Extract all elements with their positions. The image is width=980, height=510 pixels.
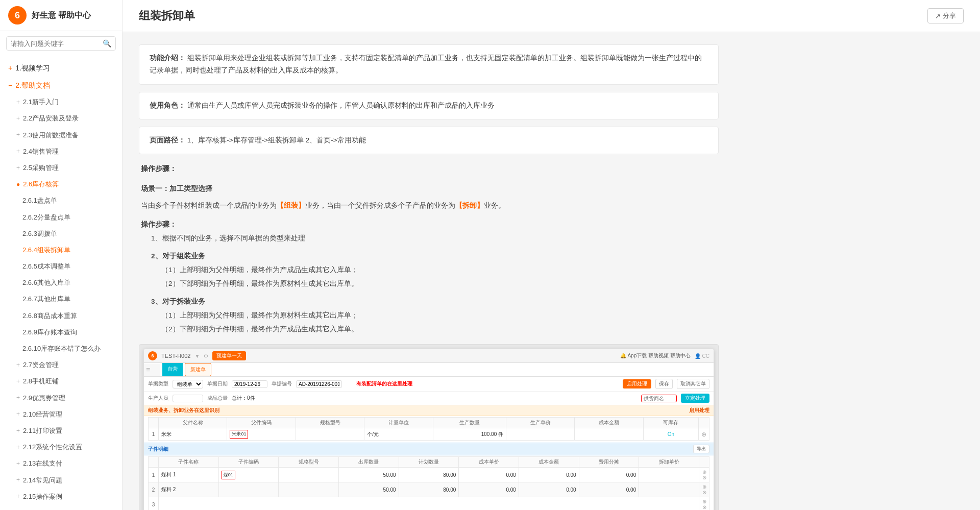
sidebar-item-label: 2.9优惠券管理 [23, 394, 65, 403]
sidebar-item-label: 2.6.10库存账本错了怎么办 [22, 344, 101, 353]
sidebar-item-cases[interactable]: + 2.15操作案例 [0, 489, 122, 505]
page-title: 组装拆卸单 [139, 8, 195, 23]
mini-logo: 6 [148, 351, 157, 360]
sidebar-item-label: 2.10经营管理 [23, 410, 62, 419]
mini-tab-new[interactable]: 新建单 [185, 363, 211, 376]
step2-1: （1）上部明细为父件明细，最终作为产成品生成其它入库单； [141, 263, 717, 277]
sidebar-item-print[interactable]: + 2.11打印设置 [0, 423, 122, 439]
mini-window-id: TEST-H002 [161, 353, 190, 359]
sidebar: 6 好生意 帮助中心 🔍 + 1.视频学习 − 2.帮助文档 + 2.1新手入门… [0, 0, 122, 510]
sidebar-item-personal[interactable]: + 2.12系统个性化设置 [0, 439, 122, 455]
mini-window: 6 TEST-H002 ▼ ⚙ 预建单一天 🔔 App下载 帮助视频 帮助中心 … [143, 349, 714, 510]
sidebar-item-other-in[interactable]: 2.6.6其他入库单 [0, 275, 122, 291]
mini-btn-orange[interactable]: 预建单一天 [212, 351, 246, 360]
sidebar-item-purchase[interactable]: + 2.5采购管理 [0, 160, 122, 176]
mini-confirm-btn[interactable]: 立定处理 [681, 394, 709, 403]
sidebar-item-split-count[interactable]: 2.6.2分量盘点单 [0, 209, 122, 226]
sidebar-item-label: 2.11打印设置 [23, 426, 62, 435]
sidebar-item-faq[interactable]: + 2.14常见问题 [0, 472, 122, 489]
step2-2: （2）下部明细为子件明细，最终作为原材料生成其它出库单。 [141, 277, 717, 290]
sidebar-item-label: 1.视频学习 [15, 63, 50, 74]
sidebar-header: 6 好生意 帮助中心 [0, 0, 122, 31]
mini-lower-section-header: 子件明细 导出 [144, 443, 714, 455]
share-button[interactable]: ↗ 分享 [927, 8, 964, 23]
intro-block: 功能介绍： 组装拆卸单用来处理企业组装或拆卸等加工业务，支持有固定装配清单的产品… [139, 44, 719, 85]
role-block: 使用角色： 通常由生产人员或库管人员完成拆装业务的操作，库管人员确认原材料的出库… [139, 92, 719, 119]
sidebar-item-stock-count[interactable]: 2.6.1盘点单 [0, 192, 122, 209]
role-text: 通常由生产人员或库管人员完成拆装业务的操作，库管人员确认原材料的出库和产成品的入… [187, 102, 495, 109]
sidebar-item-label: 2.6.3调拨单 [22, 229, 57, 238]
steps-content: 操作步骤： 场景一：加工类型选择 当由多个子件材料组装成一个成品的业务为【组装】… [139, 161, 719, 336]
sidebar-item-label: 2.6库存核算 [23, 180, 59, 189]
sidebar-item-label: 2.6.6其他入库单 [22, 278, 70, 287]
sidebar-item-label: 2.8手机旺铺 [23, 377, 59, 386]
app-title: 好生意 帮助中心 [32, 10, 91, 21]
sidebar-item-payment[interactable]: + 2.13在线支付 [0, 455, 122, 472]
main-content: 组装拆卸单 ↗ 分享 功能介绍： 组装拆卸单用来处理企业组装或拆卸等加工业务，支… [122, 0, 980, 510]
mini-tab-ziying[interactable]: 自营 [162, 363, 183, 376]
step3: 3、对于拆装业务 [141, 295, 717, 308]
search-icon[interactable]: 🔍 [103, 39, 111, 47]
step1: 1、根据不同的业务，选择不同单据的类型来处理 [141, 231, 717, 245]
mini-producer-input[interactable] [173, 395, 203, 402]
sidebar-item-data-prep[interactable]: + 2.3使用前数据准备 [0, 127, 122, 143]
sidebar-item-label: 2.6.1盘点单 [22, 196, 57, 205]
annotation-enabled: 启用处理 [689, 407, 709, 414]
sidebar-item-mobile[interactable]: + 2.8手机旺铺 [0, 373, 122, 390]
logo-icon: 6 [8, 6, 27, 25]
sidebar-item-assembly[interactable]: 2.6.4组装拆卸单 [0, 242, 122, 258]
mini-parent-code-cell: 米米01 [227, 428, 296, 441]
scene1-title: 场景一：加工类型选择 [141, 182, 717, 196]
sidebar-item-inventory[interactable]: ● 2.6库存核算 [0, 176, 122, 192]
sidebar-item-label: 2.6.4组装拆卸单 [22, 246, 70, 255]
mini-enable-btn[interactable]: 启用处理 [623, 379, 651, 388]
sidebar-item-label: 2.帮助文档 [15, 81, 50, 91]
sidebar-item-sales[interactable]: + 2.4销售管理 [0, 143, 122, 160]
sidebar-item-label: 2.13在线支付 [23, 459, 62, 468]
search-box[interactable]: 🔍 [6, 36, 116, 51]
mini-doc-type-select[interactable]: 组装单 拆卸单 [173, 380, 203, 388]
sidebar-item-label: 2.6.5成本调整单 [22, 262, 70, 271]
sidebar-item-account-err[interactable]: 2.6.10库存账本错了怎么办 [0, 341, 122, 357]
path-block: 页面路径： 1、库存核算->库存管理->组装拆卸单 2、首页->常用功能 [139, 127, 719, 154]
sidebar-item-capital[interactable]: + 2.7资金管理 [0, 357, 122, 373]
sidebar-item-adjust[interactable]: 2.6.3调拨单 [0, 226, 122, 242]
path-text: 1、库存核算->库存管理->组装拆卸单 2、首页->常用功能 [187, 136, 366, 144]
step3-1: （1）上部明细为父件明细，最终作为原材料生成其它出库单； [141, 308, 717, 322]
sidebar-item-label: 2.2产品安装及登录 [23, 114, 79, 123]
sidebar-item-newbie[interactable]: + 2.1新手入门 [0, 94, 122, 110]
screenshot-preview: 6 TEST-H002 ▼ ⚙ 预建单一天 🔔 App下载 帮助视频 帮助中心 … [139, 344, 719, 510]
sidebar-item-docs[interactable]: − 2.帮助文档 [0, 77, 122, 94]
sidebar-item-video[interactable]: + 1.视频学习 [0, 60, 122, 77]
intro-label: 功能介绍： [150, 54, 185, 62]
mini-doc-num-input[interactable] [296, 380, 342, 388]
search-input[interactable] [11, 40, 103, 47]
nav-tree: + 1.视频学习 − 2.帮助文档 + 2.1新手入门 + 2.2产品安装及登录… [0, 56, 122, 509]
sidebar-item-label: 2.3使用前数据准备 [23, 131, 79, 140]
mini-save-btn[interactable]: 保存 [655, 379, 673, 389]
sidebar-item-goods-cost[interactable]: 2.6.8商品成本重算 [0, 308, 122, 324]
sidebar-item-label: 2.6.9库存账本查询 [22, 328, 77, 337]
steps-title: 操作步骤： [141, 161, 717, 176]
steps-intro: 操作步骤： [141, 217, 717, 231]
sidebar-item-label: 2.4销售管理 [23, 147, 59, 156]
sidebar-item-cost-adjust[interactable]: 2.6.5成本调整单 [0, 258, 122, 275]
mini-row-action-1: ⊕ [699, 428, 709, 441]
sidebar-item-coupon[interactable]: + 2.9优惠券管理 [0, 390, 122, 406]
step2: 2、对于组装业务 [141, 249, 717, 263]
mini-date-input[interactable] [232, 380, 267, 388]
sidebar-item-stock-check[interactable]: 2.6.9库存账本查询 [0, 324, 122, 341]
sidebar-item-label: 2.14常见问题 [23, 476, 62, 485]
mini-cancel-btn[interactable]: 取消其它单 [677, 379, 709, 389]
main-header: 组装拆卸单 ↗ 分享 [122, 0, 980, 32]
mini-export-btn[interactable]: 导出 [693, 445, 709, 453]
sidebar-item-ops[interactable]: + 2.10经营管理 [0, 406, 122, 423]
mini-stock-btn[interactable]: On [668, 431, 674, 437]
expand-icon: + [8, 63, 12, 74]
share-icon: ↗ [935, 12, 941, 20]
sidebar-item-install[interactable]: + 2.2产品安装及登录 [0, 110, 122, 127]
sidebar-item-label: 2.6.8商品成本重算 [22, 311, 77, 321]
annotation-assembly-type: 组装业务、拆卸业务在这里识别 [148, 407, 219, 414]
sidebar-item-other-out[interactable]: 2.6.7其他出库单 [0, 291, 122, 307]
mini-org-input[interactable] [641, 395, 677, 402]
